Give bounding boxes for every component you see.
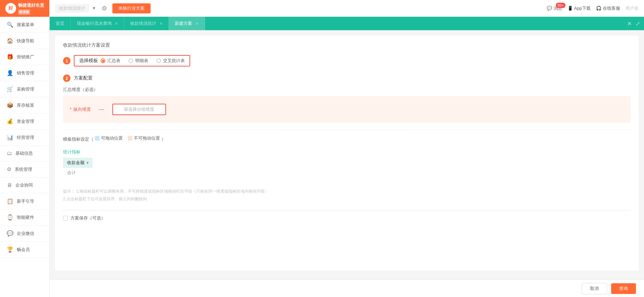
watch-icon: ⌚ — [7, 214, 13, 220]
step1-header: 1 选择模板 汇总表 明细表 交叉统 — [63, 55, 631, 66]
sidebar-item-inventory[interactable]: 📦 库存核算 — [0, 97, 49, 113]
radio-cross-circle — [156, 58, 161, 63]
tab-receipt-stats[interactable]: 收款情况统计 × — [124, 17, 169, 30]
step1-number: 1 — [63, 57, 70, 64]
dimension-area: * 纵向维度 — 请选择分组维度 — [63, 96, 631, 123]
header: 收款情况统计 ▼ ⚙ 体验行业方案 💬 消息 99+ 📱 App下载 🎧 在线客… — [50, 0, 644, 17]
sidebar-item-wechat[interactable]: 💬 企业微信 — [0, 226, 49, 242]
home-icon: 🏠 — [7, 38, 13, 44]
trophy-icon: 🏆 — [7, 246, 13, 253]
tabs-actions: ✕ ⤢ — [623, 17, 644, 30]
save-label: 方案保存（可选） — [70, 215, 105, 221]
tab-new-plan[interactable]: 新建方案 × — [169, 17, 205, 30]
dropdown-icon[interactable]: ▼ — [92, 6, 96, 11]
sidebar-item-finance[interactable]: 💰 资金管理 — [0, 113, 49, 130]
hint-1: 提示： 1.拖动标题栏可以调整布局，不可跨维度或指标区域拖动栏目字段（只能在同一… — [63, 189, 631, 194]
folder-icon: 🗂 — [7, 150, 12, 156]
save-checkbox-row[interactable]: 方案保存（可选） — [63, 215, 631, 221]
step2-number: 2 — [63, 75, 70, 82]
header-right: 💬 消息 99+ 📱 App下载 🎧 在线客服 用户名 — [547, 5, 639, 11]
gift-icon: 🎁 — [7, 54, 13, 60]
hint-section: 提示： 1.拖动标题栏可以调整布局，不可跨维度或指标区域拖动栏目字段（只能在同一… — [63, 189, 631, 202]
metrics-section: 模板指标设定（ 可拖动位置 不可拖动位置 ） 统计指标 — [63, 130, 631, 182]
tabs-bar: 首页 现金银行流水查询 × 收款情况统计 × 新建方案 × ✕ ⤢ — [50, 17, 644, 30]
tab-close-new-plan[interactable]: × — [196, 21, 198, 26]
radio-summary[interactable]: 汇总表 — [101, 58, 120, 64]
save-checkbox[interactable] — [63, 216, 68, 220]
chevron-down-icon: ▾ — [87, 160, 89, 165]
dimension-config: 汇总维度（必选） * 纵向维度 — 请选择分组维度 — [63, 87, 631, 123]
radio-detail-circle — [128, 58, 133, 63]
app-icon: 📱 — [568, 6, 573, 11]
sidebar-item-sales[interactable]: 👤 销售管理 — [0, 65, 49, 81]
gear-icon: ⚙ — [7, 166, 11, 172]
main-content: 收款情况统计方案设置 1 选择模板 汇总表 明细表 — [50, 30, 644, 297]
finance-icon: 💰 — [7, 118, 13, 125]
tab-expand-icon[interactable]: ⤢ — [636, 20, 640, 27]
hint-2: 2.点击标题栏下拉可设置排序、插入列和删除列 — [63, 196, 631, 202]
message-icon: 💬 — [547, 6, 552, 11]
guide-icon: 📋 — [7, 198, 13, 204]
sidebar-item-system[interactable]: ⚙ 系统管理 — [0, 161, 49, 178]
sidebar-item-search[interactable]: 🔍 搜索菜单 — [0, 17, 49, 33]
box-icon: 📦 — [7, 102, 13, 108]
dimension-row: * 纵向维度 — 请选择分组维度 — [70, 104, 166, 115]
sidebar-item-coop[interactable]: 🖥 企业协同 — [0, 178, 49, 193]
logo-icon: 好 — [5, 3, 16, 14]
cart-icon: 🛒 — [7, 86, 13, 92]
radio-summary-circle — [101, 58, 105, 63]
step2-section: 2 方案配置 汇总维度（必选） * 纵向维度 — 请选择分组维度 — [63, 75, 631, 202]
message-badge: 99+ — [556, 3, 566, 8]
sidebar-item-guide[interactable]: 📋 新手引导 — [0, 193, 49, 209]
step1-title: 选择模板 — [79, 58, 98, 64]
sidebar: 好 畅捷通好生意 标准版 🔍 搜索菜单 🏠 快捷导航 🎁 营销推广 👤 销售管理… — [0, 0, 50, 297]
step2-header: 2 方案配置 — [63, 75, 631, 82]
trial-button[interactable]: 体验行业方案 — [112, 3, 151, 13]
logo-text: 畅捷通好生意 标准版 — [18, 2, 44, 15]
app-download-button[interactable]: 📱 App下载 — [568, 5, 591, 11]
sidebar-item-purchase[interactable]: 🛒 采购管理 — [0, 81, 49, 97]
sidebar-item-marketing[interactable]: 🎁 营销推广 — [0, 49, 49, 65]
step1-section: 1 选择模板 汇总表 明细表 交叉统 — [63, 55, 631, 66]
sidebar-item-member[interactable]: 🏆 畅会员 — [0, 242, 49, 258]
draggable-legend: 可拖动位置 — [95, 135, 123, 141]
tab-cash-bank[interactable]: 现金银行流水查询 × — [71, 17, 124, 30]
user-name: 用户名 — [626, 5, 639, 11]
page-title: 收款情况统计方案设置 — [63, 42, 631, 48]
sidebar-item-management[interactable]: 📊 经营管理 — [0, 130, 49, 146]
tab-close-all-icon[interactable]: ✕ — [627, 20, 632, 27]
message-button[interactable]: 💬 消息 99+ — [547, 5, 562, 11]
settings-icon[interactable]: ⚙ — [102, 5, 107, 12]
header-left: 收款情况统计 ▼ ⚙ 体验行业方案 — [55, 3, 151, 13]
radio-cross[interactable]: 交叉统计表 — [156, 58, 185, 64]
sidebar-item-basic[interactable]: 🗂 基础信息 — [0, 146, 49, 161]
dim-select-button[interactable]: 请选择分组维度 — [112, 104, 166, 115]
cancel-button[interactable]: 取消 — [582, 283, 607, 294]
chart-icon: 📊 — [7, 134, 13, 141]
metric-tag-amount[interactable]: 收款金额 ▾ — [63, 158, 93, 168]
user-icon: 👤 — [7, 70, 13, 76]
search-icon: 🔍 — [7, 21, 13, 28]
stats-label: 统计指标 — [63, 149, 631, 155]
radio-detail[interactable]: 明细表 — [128, 58, 148, 64]
metrics-label: 模板指标设定（ 可拖动位置 不可拖动位置 ） — [63, 135, 631, 142]
sidebar-item-hardware[interactable]: ⌚ 智能硬件 — [0, 209, 49, 226]
tab-close-receipt-stats[interactable]: × — [160, 21, 162, 26]
template-options: 汇总表 明细表 交叉统计表 — [101, 58, 185, 64]
step2-title: 方案配置 — [74, 75, 93, 81]
tab-close-cash-bank[interactable]: × — [115, 21, 118, 26]
online-support-button[interactable]: 🎧 在线客服 — [596, 5, 620, 11]
header-breadcrumb: 收款情况统计 — [55, 4, 89, 13]
wechat-icon: 💬 — [7, 230, 13, 237]
content-card: 收款情况统计方案设置 1 选择模板 汇总表 明细表 — [55, 36, 639, 270]
tab-home[interactable]: 首页 — [50, 17, 71, 30]
sidebar-logo: 好 畅捷通好生意 标准版 — [0, 0, 49, 17]
template-select-box: 选择模板 汇总表 明细表 交叉统计表 — [74, 55, 190, 66]
sidebar-item-quick-nav[interactable]: 🏠 快捷导航 — [0, 33, 49, 49]
dim-arrow: — — [99, 106, 104, 112]
dim-required-label: * 纵向维度 — [70, 106, 91, 112]
non-draggable-legend: 不可拖动位置 — [128, 135, 160, 141]
query-button[interactable]: 查询 — [611, 283, 636, 294]
metric-sub-total: 合计 — [63, 168, 631, 178]
monitor-icon: 🖥 — [7, 182, 12, 188]
